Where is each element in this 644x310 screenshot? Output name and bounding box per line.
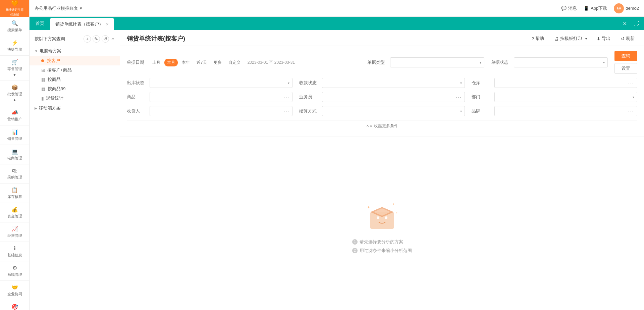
page-actions: ? 帮助 🖨 按模板打印 ▾ ⬇ 导出: [529, 34, 637, 43]
collapse-filter-button[interactable]: ∧∧ 收起更多条件: [127, 120, 637, 132]
user-profile-button[interactable]: Ea demo2: [614, 3, 639, 13]
tab-home[interactable]: 首页: [30, 17, 50, 30]
tree-arrow-icon: ▼: [35, 49, 38, 53]
sidebar-item-system[interactable]: ⚙ 系统管理: [0, 261, 29, 281]
tree-child-by-product-99[interactable]: ▦ 按商品99: [30, 84, 120, 94]
department-select[interactable]: ▾: [494, 92, 637, 102]
date-tab-custom[interactable]: 自定义: [226, 59, 243, 66]
finance-icon: 💰: [11, 206, 18, 213]
retail-icon: 🛒: [11, 59, 18, 65]
sidebar-item-ecommerce[interactable]: 💻 电商管理: [0, 145, 29, 164]
tree-child-by-customer-product[interactable]: ⊞ 按客户+商品: [30, 65, 120, 75]
sidebar-item-basic-info[interactable]: ℹ 基础信息: [0, 242, 29, 261]
product-select[interactable]: ···: [150, 92, 292, 102]
sidebar-item-finance[interactable]: 💰 资金管理: [0, 203, 29, 222]
message-button[interactable]: 💬 消息: [561, 5, 577, 11]
warehouse-select[interactable]: ···: [494, 78, 637, 88]
message-icon: 💬: [561, 6, 567, 11]
filter-doctype-group: 单据类型 ▾: [367, 57, 484, 67]
ellipsis-icon: ···: [628, 80, 634, 86]
home-tab-label: 首页: [36, 20, 44, 27]
filter-date-group: 单据日期 上月 本月 本年 近7天 更多 自定义 2023-03-01 至 20…: [127, 59, 361, 66]
inventory-icon: 📋: [11, 187, 18, 193]
chevron-down-icon: ▾: [460, 109, 462, 113]
date-tab-this-month[interactable]: 本月: [164, 59, 178, 66]
sidebar-item-purchase[interactable]: 🛍 采购管理: [0, 164, 29, 184]
edit-icon: ✎: [94, 36, 98, 42]
tree-child-return-stats[interactable]: ▮ 退货统计: [30, 94, 120, 103]
outstatus-select[interactable]: ▾: [150, 78, 292, 88]
date-tab-last-month[interactable]: 上月: [150, 59, 163, 66]
sidebar-item-operations[interactable]: 📈 经营管理: [0, 222, 29, 242]
tree-desktop: ▼ 电脑端方案 按客户 ⊞ 按客户+商品 ▦ 按商品 ▦ 按商品99: [30, 46, 120, 103]
industry-select[interactable]: 办公用品行业模拟账套 ▾: [35, 5, 82, 11]
sidebar-item-retail[interactable]: 🛒 零售管理 ▼: [0, 56, 29, 81]
app-download-button[interactable]: 📱 App下载: [584, 5, 607, 11]
collapse-panel-button[interactable]: «: [111, 36, 115, 42]
window-close-icon[interactable]: ✕: [621, 20, 629, 28]
tree-child-by-product[interactable]: ▦ 按商品: [30, 75, 120, 84]
settings-button[interactable]: 设置: [614, 63, 637, 74]
salesperson-select[interactable]: ···: [322, 92, 465, 102]
doctype-select[interactable]: ▾: [390, 57, 484, 67]
left-panel-header: 按以下方案查询 + ✎ ↺ «: [30, 34, 120, 46]
sidebar-item-label: 经营管理: [7, 233, 22, 238]
export-button[interactable]: ⬇ 导出: [594, 34, 613, 43]
query-btn-group: 查询 设置: [614, 51, 637, 74]
sidebar-item-inventory[interactable]: 📋 库存核算: [0, 184, 29, 203]
expand-arrow: ▼: [13, 72, 17, 77]
recipient-select[interactable]: ···: [150, 106, 292, 116]
sidebar-item-search[interactable]: 🔍 搜索菜单: [0, 17, 29, 36]
sidebar-item-enterprise[interactable]: 🤝 企业协同: [0, 281, 29, 300]
print-button[interactable]: 🖨 按模板打印: [552, 34, 583, 43]
print-dropdown-arrow[interactable]: ▾: [583, 36, 589, 42]
app-logo: 🧡 畅捷通好生意 标准版: [0, 0, 29, 17]
sales-icon: 📊: [11, 129, 18, 135]
tree-child-by-customer[interactable]: 按客户: [30, 56, 120, 65]
date-tab-more[interactable]: 更多: [211, 59, 224, 66]
sidebar-item-guide[interactable]: 🎯 新手引导: [0, 300, 29, 310]
docstatus-select[interactable]: ▾: [514, 57, 608, 67]
tree-parent-label: 移动端方案: [39, 105, 61, 111]
sidebar-item-wholesale[interactable]: 📦 批发管理 ▲: [0, 81, 29, 106]
brand-select[interactable]: ···: [494, 106, 637, 116]
empty-state: ✦ ✦ ✦ 1 请先选择要分析的方案 2 用过滤条件来缩小分析范围: [120, 137, 644, 310]
sidebar-item-label: 销售管理: [7, 136, 22, 141]
sidebar-item-quick-nav[interactable]: ⚡ 快捷导航: [0, 36, 29, 56]
sidebar-item-label: 批发管理: [7, 92, 22, 97]
help-button[interactable]: ? 帮助: [529, 34, 547, 43]
refresh-button[interactable]: ↺ 刷新: [618, 34, 637, 43]
left-panel: 按以下方案查询 + ✎ ↺ «: [30, 30, 120, 310]
tree-child-label: 按客户: [47, 58, 60, 64]
tab-close-icon[interactable]: ×: [106, 21, 109, 27]
ellipsis-icon: ···: [283, 94, 289, 100]
chevron-down-icon: ▾: [80, 6, 82, 11]
date-tab-this-year[interactable]: 本年: [179, 59, 193, 66]
date-tab-7days[interactable]: 近7天: [194, 59, 210, 66]
empty-tips: 1 请先选择要分析的方案 2 用过滤条件来缩小分析范围: [352, 239, 412, 254]
product-label: 商品: [127, 94, 147, 100]
sidebar-item-sales[interactable]: 📊 销售管理: [0, 125, 29, 145]
tree-parent-desktop[interactable]: ▼ 电脑端方案: [30, 46, 120, 56]
export-icon: ⬇: [597, 36, 600, 41]
date-tabs: 上月 本月 本年 近7天 更多 自定义: [150, 59, 243, 66]
filter-outstatus-group: 出库状态 ▾: [127, 78, 292, 88]
tab-active[interactable]: 销货单统计表（按客户） ×: [50, 18, 114, 30]
content-wrapper: 按以下方案查询 + ✎ ↺ «: [30, 30, 644, 310]
edit-scheme-button[interactable]: ✎: [93, 35, 100, 43]
tree-parent-mobile[interactable]: ▶ 移动端方案: [30, 103, 120, 113]
settlement-select[interactable]: ▾: [322, 106, 465, 116]
filter-docstatus-group: 单据状态 ▾: [491, 57, 608, 67]
query-button[interactable]: 查询: [614, 51, 637, 61]
guide-icon: 🎯: [11, 304, 18, 310]
add-scheme-button[interactable]: +: [84, 35, 91, 43]
sidebar-item-marketing[interactable]: 📣 营销推广: [0, 106, 29, 125]
collapse-up-icon: ∧∧: [366, 123, 373, 128]
sidebar: 🧡 畅捷通好生意 标准版 🔍 搜索菜单 ⚡ 快捷导航 🛒 零售管理 ▼ 📦 批发…: [0, 0, 30, 310]
refresh-scheme-button[interactable]: ↺: [102, 35, 109, 43]
receiptstatus-select[interactable]: ▾: [322, 78, 465, 88]
ellipsis-icon: ···: [628, 108, 634, 114]
window-controls: ✕ ⛶: [621, 20, 644, 28]
sidebar-item-label: 库存核算: [7, 194, 22, 199]
window-maximize-icon[interactable]: ⛶: [632, 20, 641, 27]
